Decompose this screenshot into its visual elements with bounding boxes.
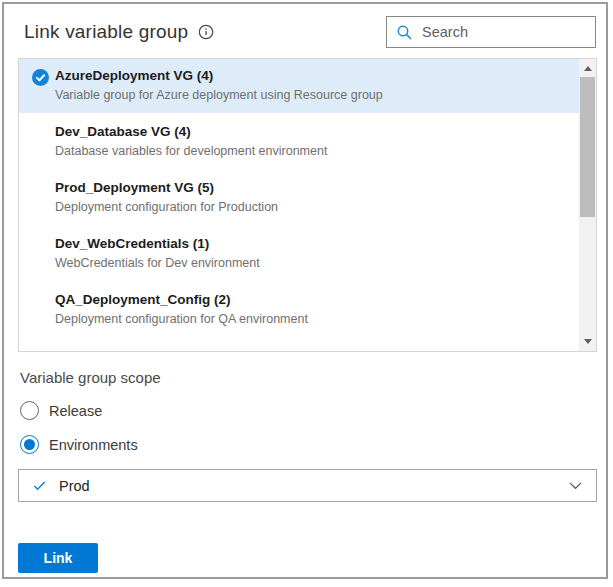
info-icon[interactable]: [198, 24, 214, 40]
selected-check-icon: [32, 69, 49, 86]
radio-release-icon[interactable]: [20, 401, 39, 420]
variable-group-description: Database variables for development envir…: [55, 143, 569, 160]
variable-group-title: AzureDeployment VG (4): [55, 67, 569, 85]
scroll-down-arrow[interactable]: [579, 334, 596, 349]
variable-group-row[interactable]: Dev_Database VG (4) Database variables f…: [19, 115, 579, 169]
radio-option-environments[interactable]: Environments: [20, 435, 597, 454]
link-button[interactable]: Link: [18, 543, 98, 573]
chevron-down-icon[interactable]: [568, 478, 583, 493]
triangle-up-icon: [584, 66, 592, 71]
search-icon: [396, 24, 413, 41]
variable-group-description: Deployment configuration for Production: [55, 199, 569, 216]
dropdown-selected-value: Prod: [59, 478, 90, 494]
variable-group-description: WebCredentials for Dev environment: [55, 255, 569, 272]
variable-group-row[interactable]: Prod_Deployment VG (5) Deployment config…: [19, 171, 579, 225]
check-icon: [32, 478, 47, 493]
scroll-up-arrow[interactable]: [579, 61, 596, 76]
environment-dropdown[interactable]: Prod: [18, 469, 597, 502]
page-title: Link variable group: [24, 21, 188, 43]
dialog-header: Link variable group: [4, 4, 606, 56]
radio-environments-label[interactable]: Environments: [49, 437, 138, 453]
radio-release-label[interactable]: Release: [49, 403, 102, 419]
variable-group-rows: AzureDeployment VG (4) Variable group fo…: [19, 59, 579, 351]
variable-group-title: Prod_Deployment VG (5): [55, 179, 569, 197]
search-input[interactable]: [422, 24, 609, 40]
variable-group-title: Dev_Database VG (4): [55, 123, 569, 141]
variable-group-row[interactable]: AzureDeployment VG (4) Variable group fo…: [19, 59, 579, 113]
radio-environments-icon[interactable]: [20, 435, 39, 454]
variable-group-row[interactable]: QA_Deployment_Config (2) Deployment conf…: [19, 283, 579, 337]
variable-group-row[interactable]: Dev_WebCredentials (1) WebCredentials fo…: [19, 227, 579, 281]
link-variable-group-dialog: Link variable group: [2, 2, 608, 579]
scrollbar-thumb[interactable]: [580, 77, 595, 217]
variable-group-title: QA_Deployment_Config (2): [55, 291, 569, 309]
triangle-down-icon: [584, 339, 592, 344]
variable-group-description: Deployment configuration for QA environm…: [55, 311, 569, 328]
search-box: [386, 16, 596, 48]
variable-group-scope-section: Variable group scope Release Environment…: [20, 369, 597, 454]
variable-group-list: AzureDeployment VG (4) Variable group fo…: [18, 58, 597, 352]
list-scrollbar[interactable]: [579, 59, 596, 351]
variable-group-description: Variable group for Azure deployment usin…: [55, 87, 569, 104]
variable-group-title: Dev_WebCredentials (1): [55, 235, 569, 253]
scope-section-label: Variable group scope: [20, 369, 597, 386]
radio-option-release[interactable]: Release: [20, 401, 597, 420]
